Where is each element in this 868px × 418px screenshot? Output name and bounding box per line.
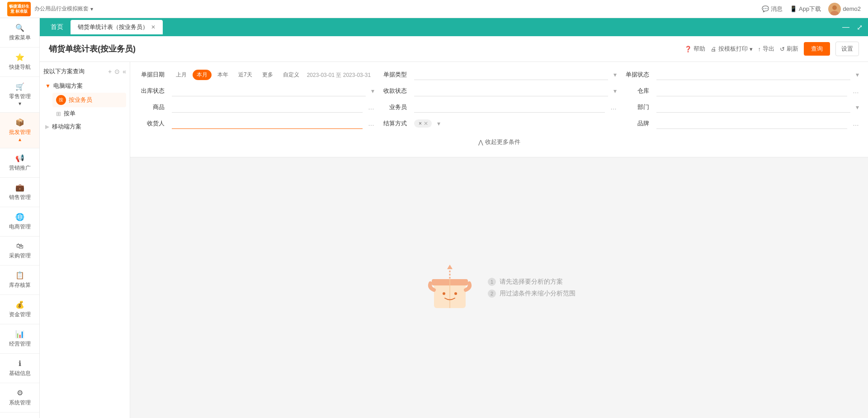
sidebar-sales-label: 销售管理 [9,194,31,201]
sidebar-item-system[interactable]: ⚙ 系统管理 [0,383,39,413]
tree-expand-mobile-icon: ▶ [45,124,49,130]
receiver-label: 收货人 [139,119,165,128]
sidebar-item-wholesale[interactable]: 📦 批发管理 ▴ [0,113,39,148]
print-btn[interactable]: 🖨 按模板打印 ▾ [711,45,753,53]
content-body: 1 请先选择要分析的方案 2 用过滤条件来缩小分析范围 [130,157,868,418]
sidebar-ecommerce-label: 电商管理 [9,223,31,231]
receipt-status-input[interactable] [414,86,608,96]
dept-dropdown-icon[interactable]: ▾ [856,104,859,111]
sidebar-item-basic[interactable]: ℹ 基础信息 [0,354,39,383]
status-input[interactable] [656,69,850,80]
warehouse-label: 仓库 [624,87,649,95]
salesperson-dots-icon[interactable]: … [610,104,617,111]
settings-btn[interactable]: 设置 [835,42,859,56]
refresh-btn[interactable]: ↺ 刷新 [780,45,798,53]
main-layout: 🔍 搜索菜单 ⭐ 快捷导航 🛒 零售管理 ▾ 📦 批发管理 ▴ 📢 营销推广 💼… [0,18,868,418]
topbar-right: 💬 消息 📱 App下载 demo2 [762,3,861,15]
sidebar-item-purchase[interactable]: 🛍 采购管理 [0,237,39,266]
receipt-status-dropdown-icon[interactable]: ▾ [613,87,617,95]
sidebar-item-operation[interactable]: 📊 经营管理 [0,324,39,354]
brand-dots-icon[interactable]: … [853,120,859,127]
tree-desktop-children: 按 按业务员 ⊞ 按单 [43,93,126,120]
status-control: ▾ [656,69,859,80]
sidebar-item-sales[interactable]: 💼 销售管理 [0,178,39,207]
settlement-dropdown-icon[interactable]: ▾ [437,120,440,127]
inventory-icon: 📋 [15,271,24,280]
type-input[interactable] [414,69,608,80]
sidebar-item-inventory[interactable]: 📋 库存核算 [0,266,39,295]
warehouse-input[interactable] [656,86,847,96]
salesperson-control: … [414,102,617,113]
sidebar-item-corp[interactable]: 🤝 企业协同 [0,413,39,418]
type-label: 单据类型 [382,71,407,79]
tree-item-desktop[interactable]: ▼ 电脑端方案 [43,79,126,93]
date-tab-7days[interactable]: 近7天 [234,70,256,80]
date-tab-this-year[interactable]: 本年 [213,70,232,80]
main-content: 单据日期 上月 本月 本年 近7天 更多 自定义 [130,62,868,418]
tree-child-order[interactable]: ⊞ 按单 [52,107,126,120]
brand-input[interactable] [656,118,847,129]
dept-input[interactable] [656,102,850,113]
filter-row-2: 出库状态 ▾ 收款状态 ▾ 仓库 [139,86,859,96]
tabbar-maximize-btn[interactable]: ⤢ [855,21,864,33]
out-status-input[interactable] [172,86,366,96]
type-dropdown-icon[interactable]: ▾ [613,71,617,78]
sidebar-item-ecommerce[interactable]: 🌐 电商管理 [0,207,39,237]
sidebar-item-retail[interactable]: 🛒 零售管理 ▾ [0,77,39,113]
out-status-dropdown-icon[interactable]: ▾ [371,87,374,95]
hint-text-1: 请先选择要分析的方案 [500,278,563,286]
date-range-display: 2023-03-01 至 2023-03-31 [307,71,371,79]
page-header: 销货单统计表(按业务员) ❓ 帮助 🖨 按模板打印 ▾ ↑ [40,36,868,62]
app-download-btn[interactable]: 📱 App下载 [790,5,821,13]
help-btn[interactable]: ❓ 帮助 [684,45,705,53]
goods-dots-icon[interactable]: … [368,104,374,111]
sidebar-item-quicknav[interactable]: ⭐ 快捷导航 [0,48,39,77]
sidebar-item-marketing[interactable]: 📢 营销推广 [0,148,39,178]
sidebar-item-finance[interactable]: 💰 资金管理 [0,295,39,324]
filter-row-1: 单据日期 上月 本月 本年 近7天 更多 自定义 [139,69,859,80]
status-dropdown-icon[interactable]: ▾ [856,71,859,78]
date-tab-custom[interactable]: 自定义 [279,70,303,80]
date-tab-more[interactable]: 更多 [258,70,277,80]
warehouse-dots-icon[interactable]: … [853,87,859,95]
tab-close-icon[interactable]: ✕ [151,24,156,30]
receiver-dots-icon[interactable]: … [368,120,374,127]
salesperson-input[interactable] [414,102,605,113]
query-btn[interactable]: 查询 [804,42,830,56]
export-btn[interactable]: ↑ 导出 [758,45,775,53]
system-icon: ⚙ [17,389,23,397]
tree-child-salesperson[interactable]: 按 按业务员 [52,93,126,107]
sidebar: 🔍 搜索菜单 ⭐ 快捷导航 🛒 零售管理 ▾ 📦 批发管理 ▴ 📢 营销推广 💼… [0,18,40,418]
sidebar-wholesale-label: 批发管理 [9,128,31,136]
edit-plan-btn[interactable]: ⊙ [114,68,120,75]
empty-illustration [423,263,477,313]
breadcrumb: 办公用品行业模拟账套 ▾ [34,5,93,13]
receiver-input[interactable] [172,118,363,129]
date-tab-this-month[interactable]: 本月 [193,70,212,80]
wholesale-icon: 📦 [15,118,24,127]
date-tab-last-month[interactable]: 上月 [172,70,191,80]
export-icon: ↑ [758,46,761,52]
add-plan-btn[interactable]: + [108,68,112,75]
search-icon: 🔍 [15,24,24,32]
topbar: 畅捷通好生意 标准版 办公用品行业模拟账套 ▾ 💬 消息 📱 App下载 dem… [0,0,868,18]
message-btn[interactable]: 💬 消息 [762,5,783,13]
tab-main[interactable]: 销货单统计表（按业务员） ✕ [71,20,163,34]
message-label: 消息 [771,5,783,13]
collapse-btn[interactable]: ⋀ 收起更多条件 [478,138,520,146]
collapse-panel-btn[interactable]: « [123,68,126,75]
logo[interactable]: 畅捷通好生意 标准版 [7,2,31,16]
tabbar-minimize-btn[interactable]: — [840,21,851,33]
tree-item-mobile[interactable]: ▶ 移动端方案 [43,120,126,133]
goods-input[interactable] [172,102,363,113]
empty-hint-1: 1 请先选择要分析的方案 [488,278,576,286]
sidebar-item-search[interactable]: 🔍 搜索菜单 [0,18,39,48]
settlement-clear-btn[interactable]: ✕ [424,121,428,126]
sidebar-purchase-label: 采购管理 [9,252,31,260]
goods-label: 商品 [139,103,165,111]
message-icon: 💬 [762,5,769,12]
user-menu[interactable]: demo2 [828,3,861,15]
tab-home[interactable]: 首页 [43,20,71,34]
warehouse-control: … [656,86,859,96]
status-label: 单据状态 [624,71,649,79]
